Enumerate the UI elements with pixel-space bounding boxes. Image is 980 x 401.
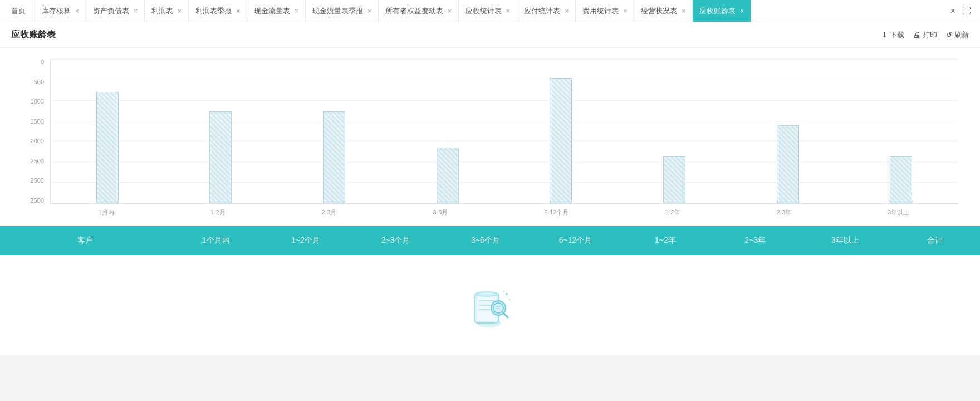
th-6-12m: 6~12个月: [531, 236, 620, 246]
x-label-3y-plus: 3年以上: [888, 208, 909, 217]
tab-cashflow-quarterly[interactable]: 现金流量表季报 ×: [306, 0, 379, 22]
window-close-button[interactable]: ×: [948, 4, 958, 18]
tab-business-status-close[interactable]: ×: [682, 7, 685, 15]
empty-state-svg: [462, 277, 518, 333]
y-label-0: 2500: [31, 198, 44, 204]
svg-point-11: [506, 293, 508, 295]
tab-profit-quarterly-close[interactable]: ×: [236, 7, 240, 15]
chart-grid-lines: [51, 59, 958, 203]
grid-line-7: [51, 59, 958, 60]
tab-ap-stats-close[interactable]: ×: [565, 7, 569, 15]
x-label-2-3m: 2-3月: [322, 208, 337, 217]
bar-3y-plus: [890, 156, 912, 203]
print-icon: 🖨: [913, 31, 920, 39]
tab-ar-stats-label: 应收统计表: [465, 6, 502, 16]
tab-cashflow-close[interactable]: ×: [295, 7, 298, 15]
tab-profit-close[interactable]: ×: [178, 7, 182, 15]
bar-1-2m: [209, 111, 232, 203]
tab-equity-label: 所有者权益变动表: [385, 6, 443, 16]
tab-equity[interactable]: 所有者权益变动表 ×: [379, 0, 459, 22]
tab-cashflow-label: 现金流量表: [254, 6, 290, 16]
table-header: 客户 1个月内 1~2个月 2~3个月 3~6个月 6~12个月 1~2年 2~…: [0, 226, 980, 255]
header-actions: ⬇ 下载 🖨 打印 ↺ 刷新: [881, 30, 969, 40]
th-total: 合计: [890, 236, 980, 246]
svg-line-8: [503, 313, 508, 317]
th-3y-plus: 3年以上: [800, 236, 890, 246]
bar-6-12m: [550, 78, 572, 203]
download-icon: ⬇: [881, 31, 888, 39]
th-1m: 1个月内: [171, 236, 261, 246]
refresh-icon: ↺: [946, 31, 952, 39]
th-1-2y: 1~2年: [620, 236, 710, 246]
refresh-label: 刷新: [954, 30, 969, 40]
page-title: 应收账龄表: [11, 29, 56, 41]
grid-line-4: [51, 121, 958, 121]
print-button[interactable]: 🖨 打印: [913, 30, 937, 40]
tab-ap-stats-label: 应付统计表: [524, 6, 560, 16]
bar-3-6m: [437, 148, 459, 203]
tab-profit-label: 利润表: [151, 6, 173, 16]
print-label: 打印: [923, 30, 937, 40]
tab-business-status[interactable]: 经营状况表 ×: [634, 0, 693, 22]
chart-inner: [50, 59, 958, 204]
x-label-1-2m: 1-2月: [210, 208, 226, 217]
download-button[interactable]: ⬇ 下载: [881, 30, 904, 40]
tab-balance-label: 资产负债表: [93, 6, 129, 16]
tab-ar-aging-label: 应收账龄表: [699, 6, 736, 16]
empty-icon: [462, 277, 518, 333]
y-label-5: 1000: [31, 99, 44, 105]
bar-group-1-2y: [663, 156, 685, 203]
tab-inventory-label: 库存核算: [42, 6, 71, 16]
tab-equity-close[interactable]: ×: [448, 7, 452, 15]
grid-line-6: [51, 80, 958, 80]
tab-bar-actions: × ⛶: [948, 4, 978, 18]
bar-group-1m: [96, 92, 119, 203]
tab-cashflow[interactable]: 现金流量表 ×: [247, 0, 306, 22]
y-axis: 2500 2500 2500 2000 1500 1000 500 0: [22, 59, 47, 204]
grid-line-0: [51, 203, 958, 203]
tab-expense-stats-close[interactable]: ×: [623, 7, 627, 15]
tab-ar-aging-close[interactable]: ×: [740, 7, 744, 15]
svg-point-13: [503, 291, 505, 292]
tab-profit[interactable]: 利润表 ×: [145, 0, 189, 22]
tab-profit-quarterly[interactable]: 利润表季报 ×: [189, 0, 247, 22]
x-labels: 1月内 1-2月 2-3月 3-6月 6-12个月 1-2年 2-3年 3年以上: [50, 204, 958, 221]
x-label-2-3y: 2-3年: [776, 208, 791, 217]
tab-ar-stats[interactable]: 应收统计表 ×: [459, 0, 517, 22]
grid-line-3: [51, 141, 958, 141]
y-label-3: 2000: [31, 138, 44, 144]
main-content: 2500 2500 2500 2000 1500 1000 500 0: [0, 48, 980, 355]
tab-cashflow-quarterly-close[interactable]: ×: [367, 7, 371, 15]
tab-ar-aging[interactable]: 应收账龄表 ×: [693, 0, 751, 22]
bar-2-3y: [777, 125, 799, 203]
tab-cashflow-quarterly-label: 现金流量表季报: [312, 6, 363, 16]
tab-balance[interactable]: 资产负债表 ×: [86, 0, 145, 22]
svg-point-12: [509, 299, 511, 301]
chart-area: 2500 2500 2500 2000 1500 1000 500 0: [0, 48, 980, 226]
bar-group-1-2m: [209, 111, 232, 203]
tab-profit-quarterly-label: 利润表季报: [195, 6, 232, 16]
y-label-6: 500: [34, 79, 44, 85]
x-label-1-2y: 1-2年: [665, 208, 680, 217]
svg-point-7: [493, 303, 503, 313]
tab-home[interactable]: 首页: [2, 0, 35, 22]
grid-line-2: [51, 162, 958, 162]
bar-group-2-3y: [777, 125, 799, 203]
tab-ap-stats[interactable]: 应付统计表 ×: [517, 0, 576, 22]
bar-2-3m: [323, 111, 345, 203]
th-1-2m: 1~2个月: [261, 236, 350, 246]
tab-balance-close[interactable]: ×: [134, 7, 138, 15]
th-2-3m: 2~3个月: [351, 236, 440, 246]
grid-line-5: [51, 100, 958, 101]
window-maximize-button[interactable]: ⛶: [960, 4, 973, 18]
bar-group-6-12m: [550, 78, 572, 203]
tab-inventory[interactable]: 库存核算 ×: [35, 0, 86, 22]
tab-ar-stats-close[interactable]: ×: [506, 7, 510, 15]
tab-expense-stats[interactable]: 费用统计表 ×: [576, 0, 634, 22]
tab-bar: 首页 库存核算 × 资产负债表 × 利润表 × 利润表季报 × 现金流量表 × …: [0, 0, 980, 22]
x-label-6-12m: 6-12个月: [544, 208, 569, 217]
svg-point-15: [478, 292, 496, 296]
tab-inventory-close[interactable]: ×: [75, 7, 79, 15]
tab-expense-stats-label: 费用统计表: [582, 6, 619, 16]
refresh-button[interactable]: ↺ 刷新: [946, 30, 969, 40]
